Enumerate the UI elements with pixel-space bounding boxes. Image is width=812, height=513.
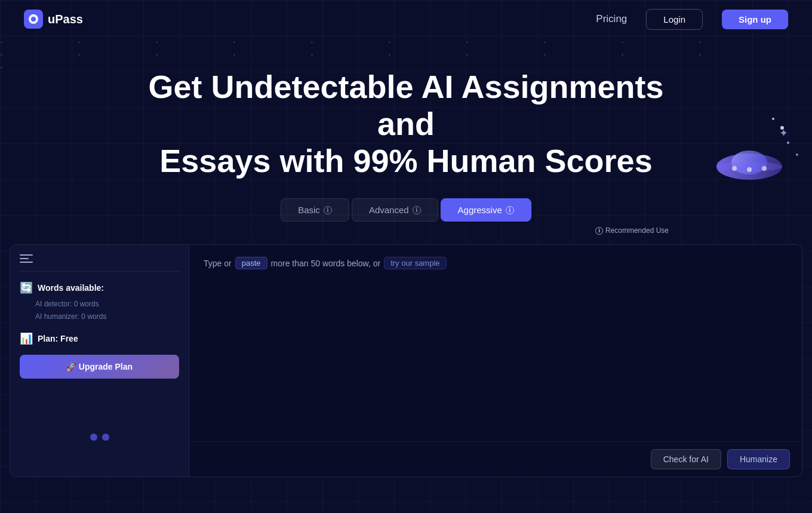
editor-actions: Check for AI Humanize: [189, 441, 802, 477]
pricing-link[interactable]: Pricing: [596, 13, 627, 25]
svg-point-11: [732, 166, 737, 171]
svg-point-13: [762, 166, 767, 171]
sidebar-menu: [20, 254, 179, 272]
menu-line-2: [20, 258, 29, 259]
svg-point-3: [716, 153, 782, 180]
recommended-label: ℹ Recommended Use: [0, 226, 812, 235]
dot-2: [102, 434, 109, 441]
aggressive-info-icon: ℹ: [506, 206, 514, 214]
svg-text:✦: ✦: [779, 127, 788, 139]
menu-line-1: [20, 254, 33, 256]
paste-badge[interactable]: paste: [235, 257, 267, 269]
words-available-section: 🔄 Words available: AI detector: 0 words …: [20, 281, 179, 322]
main-panel: 🔄 Words available: AI detector: 0 words …: [10, 244, 802, 477]
svg-point-1: [31, 17, 36, 21]
advanced-info-icon: ℹ: [413, 206, 421, 214]
dot-1: [90, 434, 97, 441]
menu-line-3: [20, 262, 33, 263]
plan-label: Plan: Free: [38, 334, 78, 343]
upgrade-plan-button[interactable]: 🚀 Upgrade Plan: [20, 355, 179, 379]
recommended-info-icon: ℹ: [595, 227, 603, 235]
hero-title: Get Undetectable AI Assignments and Essa…: [137, 68, 675, 179]
logo-icon: [24, 10, 43, 29]
header: uPass Pricing Login Sign up: [0, 0, 812, 38]
editor-prompt: Type or paste more than 50 words below, …: [189, 245, 802, 269]
tab-basic[interactable]: Basic ℹ: [281, 198, 349, 222]
svg-point-4: [731, 150, 767, 174]
mode-tabs: Basic ℹ Advanced ℹ Aggressive ℹ: [0, 198, 812, 222]
svg-point-7: [787, 142, 789, 144]
dots-decoration: [90, 434, 109, 441]
svg-point-12: [747, 167, 752, 172]
plan-section: 📊 Plan: Free: [20, 332, 179, 345]
signup-button[interactable]: Sign up: [722, 10, 788, 29]
humanize-button[interactable]: Humanize: [727, 449, 790, 469]
login-button[interactable]: Login: [646, 9, 703, 30]
svg-rect-2: [32, 14, 35, 16]
ai-detector-detail: AI detector: 0 words AI humanizer: 0 wor…: [35, 298, 179, 322]
basic-info-icon: ℹ: [324, 206, 332, 214]
tab-advanced[interactable]: Advanced ℹ: [352, 198, 438, 222]
logo[interactable]: uPass: [24, 10, 83, 29]
logo-text: uPass: [48, 13, 83, 26]
sidebar: 🔄 Words available: AI detector: 0 words …: [10, 245, 189, 477]
editor-area: Type or paste more than 50 words below, …: [189, 245, 802, 477]
words-available-label: Words available:: [38, 283, 104, 293]
header-nav: Pricing Login Sign up: [596, 9, 788, 30]
try-sample-badge[interactable]: try our sample: [384, 257, 446, 269]
tab-aggressive[interactable]: Aggressive ℹ: [441, 198, 531, 222]
hero-section: Get Undetectable AI Assignments and Essa…: [0, 38, 812, 235]
plan-icon: 📊: [20, 332, 33, 345]
words-icon: 🔄: [20, 281, 33, 294]
svg-point-6: [780, 126, 784, 130]
svg-point-8: [772, 118, 774, 120]
editor-content-area[interactable]: [189, 269, 802, 441]
svg-point-5: [716, 162, 782, 171]
svg-point-9: [796, 153, 798, 156]
check-for-ai-button[interactable]: Check for AI: [651, 449, 721, 469]
hamburger-icon[interactable]: [20, 254, 33, 264]
